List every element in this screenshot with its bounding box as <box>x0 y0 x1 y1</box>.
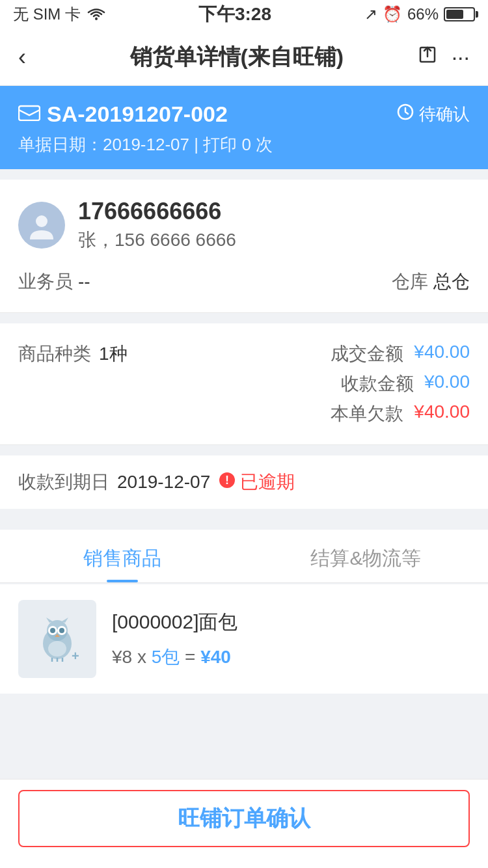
product-thumbnail: + <box>18 600 96 678</box>
bottom-bar: 旺铺订单确认 <box>0 779 488 868</box>
status-time: 下午3:28 <box>198 2 271 27</box>
header-card: SA-20191207-002 待确认 单据日期：2019-12-07 | 打印… <box>0 86 488 169</box>
svg-text:+: + <box>72 649 79 662</box>
confirm-button[interactable]: 旺铺订单确认 <box>18 790 470 847</box>
status-text: 待确认 <box>419 103 470 126</box>
status-left: 无 SIM 卡 <box>13 4 105 25</box>
customer-phone: 17666666666 <box>78 198 236 225</box>
overdue-card: 收款到期日 2019-12-07 ! 已逾期 <box>0 455 488 509</box>
location-icon: ↗ <box>364 5 377 23</box>
summary-card: 商品种类 1种 成交金额 ¥40.00 收款金额 ¥0.00 本单欠款 ¥40.… <box>0 323 488 444</box>
nav-bar: ‹ 销货单详情(来自旺铺) ··· <box>0 29 488 86</box>
product-type-value: 1种 <box>99 342 128 366</box>
product-type-label: 商品种类 <box>18 342 91 366</box>
battery-percent: 66% <box>407 5 439 23</box>
collected-value: ¥0.00 <box>424 372 470 396</box>
product-card: + [0000002]面包 ¥8 x 5包 = ¥40 <box>0 584 488 694</box>
price-text: ¥8 x <box>112 647 152 667</box>
amount-summary: 成交金额 ¥40.00 收款金额 ¥0.00 本单欠款 ¥40.00 <box>331 342 470 426</box>
overdue-badge: ! 已逾期 <box>218 470 295 495</box>
product-name: [0000002]面包 <box>112 609 470 636</box>
clock-icon <box>397 103 414 125</box>
product-qty: 5包 <box>152 647 180 667</box>
owed-value: ¥40.00 <box>414 401 470 426</box>
tab-settlement[interactable]: 结算&物流等 <box>244 530 488 582</box>
svg-point-4 <box>36 215 47 227</box>
more-icon[interactable]: ··· <box>452 44 470 70</box>
share-icon[interactable] <box>416 44 439 71</box>
tabs: 销售商品 结算&物流等 <box>0 530 488 583</box>
customer-name: 张，156 6666 6666 <box>78 228 236 252</box>
avatar <box>18 202 65 249</box>
order-meta: 单据日期：2019-12-07 | 打印 0 次 <box>18 133 470 156</box>
alert-icon: ! <box>218 471 236 494</box>
overdue-label: 收款到期日 <box>18 470 109 495</box>
product-total: ¥40 <box>200 647 231 667</box>
no-sim-text: 无 SIM 卡 <box>13 4 81 25</box>
tab-sales-products[interactable]: 销售商品 <box>0 530 244 582</box>
deal-amount-value: ¥40.00 <box>414 342 470 366</box>
owed-label: 本单欠款 <box>331 401 403 426</box>
battery-icon <box>444 7 475 21</box>
deal-amount-label: 成交金额 <box>331 342 403 366</box>
product-info: [0000002]面包 ¥8 x 5包 = ¥40 <box>112 609 470 670</box>
order-icon <box>18 103 40 126</box>
svg-point-13 <box>50 628 55 633</box>
page-title: 销货单详情(来自旺铺) <box>130 42 344 72</box>
svg-point-0 <box>95 18 98 20</box>
svg-point-14 <box>59 628 64 633</box>
back-button[interactable]: ‹ <box>18 44 57 71</box>
equals-text: = <box>180 647 200 667</box>
svg-text:!: ! <box>225 474 229 487</box>
svg-point-16 <box>48 641 66 657</box>
status-bar: 无 SIM 卡 下午3:28 ↗ ⏰ 66% <box>0 0 488 29</box>
customer-card: 17666666666 张，156 6666 6666 业务员 -- 仓库 总仓 <box>0 180 488 312</box>
alarm-icon: ⏰ <box>383 5 402 23</box>
warehouse: 仓库 总仓 <box>392 269 470 294</box>
collected-label: 收款金额 <box>341 372 414 396</box>
product-price: ¥8 x 5包 = ¥40 <box>112 645 470 670</box>
wifi-icon <box>87 8 105 21</box>
sales-rep: 业务员 -- <box>18 269 90 294</box>
order-id: SA-20191207-002 <box>18 102 228 127</box>
svg-rect-2 <box>19 106 40 120</box>
overdue-date: 2019-12-07 <box>117 472 210 493</box>
status-right: ↗ ⏰ 66% <box>364 5 475 23</box>
status-badge: 待确认 <box>397 103 470 126</box>
nav-actions: ··· <box>416 44 470 71</box>
